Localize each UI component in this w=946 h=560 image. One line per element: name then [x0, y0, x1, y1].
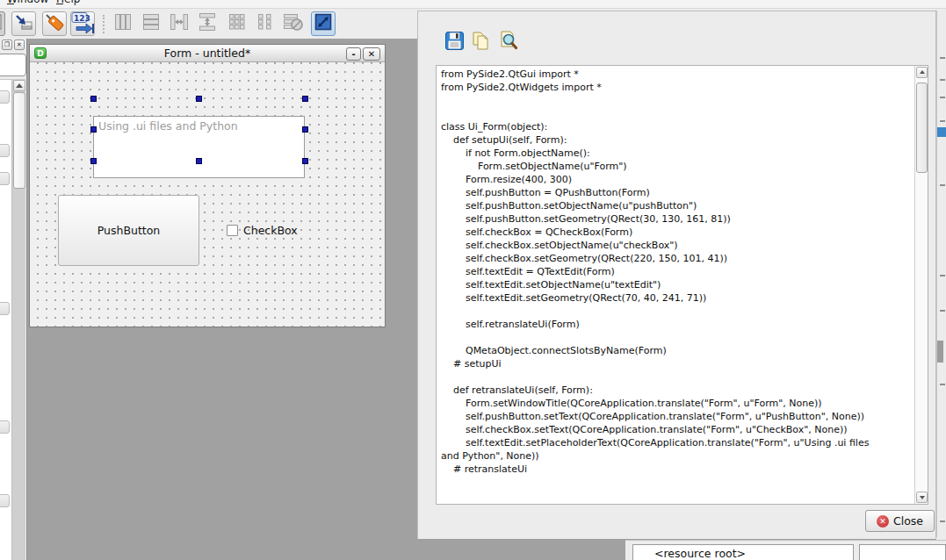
menubar: Window Help	[0, 0, 946, 9]
selection-handle[interactable]	[302, 96, 308, 102]
layout-grid-icon	[227, 12, 247, 35]
scroll-up-icon[interactable]	[13, 80, 25, 91]
accelerator-underline	[7, 4, 14, 4]
find-icon	[498, 30, 520, 55]
widget-category-item[interactable]	[0, 420, 10, 434]
copy-icon	[470, 31, 492, 54]
form-window-title: Form - untitled*	[30, 47, 385, 60]
form-editor-window: D Form - untitled* - ✕ Using .ui files a…	[29, 44, 386, 327]
tree-item-fragment	[940, 79, 945, 81]
selected-item-fragment	[937, 127, 946, 137]
scroll-up-icon[interactable]	[916, 67, 928, 78]
tree-item-fragment	[940, 521, 945, 522]
widget-category-item[interactable]	[0, 144, 10, 157]
layout-horizontal-icon	[113, 12, 133, 35]
adjust-size-icon	[314, 12, 333, 35]
code-view[interactable]: from PySide2.QtGui import * from PySide2…	[436, 65, 928, 505]
tree-item-fragment	[940, 275, 945, 276]
tree-item-fragment	[940, 97, 945, 98]
tree-item-fragment	[940, 184, 945, 186]
tab-order-123-text: 123	[74, 13, 90, 22]
widget-category-item[interactable]	[0, 90, 10, 104]
close-circle-icon: ✕	[877, 515, 889, 528]
layout-form-button[interactable]	[253, 11, 278, 36]
textedit-placeholder: Using .ui files and Python	[98, 119, 238, 133]
widget-box-scrollbar[interactable]	[11, 79, 25, 560]
panel-fragment	[937, 341, 943, 363]
resource-list-panel[interactable]	[859, 544, 946, 560]
find-button[interactable]	[497, 31, 520, 54]
save-button[interactable]	[443, 31, 466, 54]
widget-filter-input[interactable]	[0, 54, 26, 76]
generated-python-code: from PySide2.QtGui import * from PySide2…	[441, 68, 913, 476]
accelerator-underline	[56, 4, 63, 4]
dock-close-button[interactable]: ✕	[14, 39, 25, 50]
break-layout-icon	[283, 12, 304, 35]
edit-buddies-button[interactable]	[42, 11, 67, 36]
layout-vertical-splitter-button[interactable]	[195, 11, 220, 36]
minimize-button[interactable]: -	[346, 47, 361, 61]
widget-box-list	[0, 79, 11, 560]
selection-handle[interactable]	[196, 158, 202, 164]
textedit-widget[interactable]: Using .ui files and Python	[93, 116, 305, 178]
edit-signals-slots-button[interactable]	[11, 11, 36, 36]
code-scrollbar[interactable]	[914, 66, 928, 504]
widget-category-item[interactable]	[0, 172, 10, 185]
menu-help[interactable]: Help	[56, 0, 80, 5]
layout-horizontal-splitter-icon	[170, 12, 189, 35]
edit-tab-order-button[interactable]: 123	[70, 11, 95, 36]
selection-handle[interactable]	[196, 96, 202, 102]
selection-handle[interactable]	[302, 158, 308, 164]
scrollbar-thumb[interactable]	[916, 83, 928, 173]
widget-category-item[interactable]	[0, 494, 10, 507]
selection-handle[interactable]	[90, 126, 97, 133]
toolbar-separator	[103, 15, 105, 33]
layout-vertical-icon	[141, 12, 161, 35]
buddy-tag-icon	[43, 11, 66, 36]
tree-item-fragment	[940, 310, 945, 312]
save-icon	[444, 31, 465, 54]
code-preview-dialog: from PySide2.QtGui import * from PySide2…	[417, 11, 936, 540]
tree-item-fragment	[940, 120, 945, 122]
break-layout-button[interactable]	[281, 11, 306, 36]
layout-grid-button[interactable]	[225, 11, 249, 36]
tree-item-fragment	[940, 384, 945, 385]
layout-horizontal-splitter-button[interactable]	[167, 11, 191, 36]
edit-widgets-button[interactable]	[0, 11, 5, 36]
layout-horizontally-button[interactable]	[111, 11, 135, 36]
dock-float-button[interactable]: ❐	[2, 39, 12, 50]
scroll-down-icon[interactable]	[916, 492, 928, 503]
tab-order-123-icon: 123	[71, 11, 94, 37]
form-canvas[interactable]: Using .ui files and Python PushButton Ch…	[30, 62, 385, 327]
selection-handle[interactable]	[90, 158, 97, 164]
copy-button[interactable]	[469, 31, 492, 54]
widget-edit-icon	[0, 12, 3, 35]
layout-vertical-splitter-icon	[198, 12, 217, 35]
selection-handle[interactable]	[302, 126, 308, 133]
adjust-size-button[interactable]	[311, 11, 336, 36]
menu-window[interactable]: Window	[7, 0, 48, 5]
dialog-close-button[interactable]: ✕ Close	[865, 510, 935, 532]
tree-item-fragment	[940, 57, 945, 59]
signal-slot-icon	[14, 12, 33, 35]
close-button-label: Close	[893, 514, 923, 528]
resource-root-item[interactable]: <resource root>	[654, 547, 746, 560]
scrollbar-thumb[interactable]	[13, 92, 25, 189]
selection-handle[interactable]	[90, 96, 97, 102]
layout-vertically-button[interactable]	[139, 11, 163, 36]
close-button[interactable]: ✕	[363, 47, 380, 61]
pushbutton-widget[interactable]: PushButton	[58, 195, 199, 266]
checkbox-indicator[interactable]	[227, 225, 238, 236]
layout-form-icon	[256, 12, 275, 35]
widget-category-item[interactable]	[0, 302, 10, 315]
form-window-titlebar[interactable]: D Form - untitled* - ✕	[30, 45, 385, 62]
resource-tree-panel[interactable]: <resource root>	[632, 544, 854, 560]
checkbox-widget[interactable]: CheckBox	[243, 224, 298, 237]
object-inspector-edge	[936, 11, 946, 537]
resource-browser-fragment: <resource root>	[625, 540, 946, 560]
